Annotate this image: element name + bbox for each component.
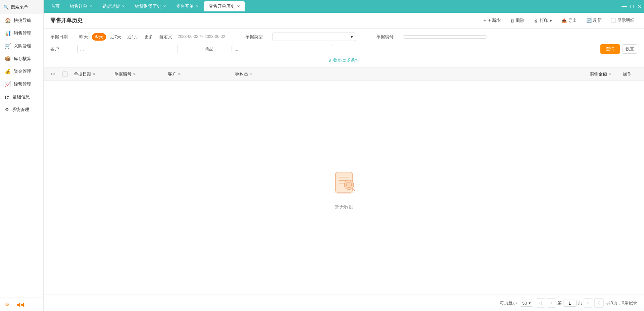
main-content: 首页 销售订单 ✕ 销货退货 ✕ 销货退货历史 ✕ 零售开单 ✕ 零售开单历史 … <box>44 0 644 311</box>
sidebar-item-system[interactable]: ⚙ 系统管理 <box>0 103 43 116</box>
sidebar-item-sales[interactable]: 📊 销售管理 <box>0 27 43 40</box>
sort-num-icon: ⇅ <box>133 72 136 76</box>
tab-retail-open[interactable]: 零售开单 ✕ <box>171 1 203 11</box>
close-tab-sales-return[interactable]: ✕ <box>122 4 125 9</box>
add-icon: ＋ <box>483 17 487 23</box>
date-opt-1month[interactable]: 近1月 <box>125 33 140 41</box>
sort-client-icon: ⇅ <box>178 72 181 76</box>
th-client[interactable]: 客户 ⇅ <box>165 71 232 77</box>
date-opt-7days[interactable]: 近7天 <box>108 33 123 41</box>
refresh-label: 刷新 <box>593 17 602 23</box>
goods-input[interactable]: ... <box>232 45 332 53</box>
bill-num-input[interactable] <box>403 35 487 39</box>
window-maximize-icon[interactable]: □ <box>630 3 634 9</box>
filter-area: 单据日期 昨天 今天 近7天 近1月 更多 自定义 2023-06-02 至 2… <box>44 29 644 67</box>
client-label: 客户 <box>50 46 70 52</box>
goods-placeholder: ... <box>235 47 238 52</box>
gear-settings-icon[interactable]: ⚙ <box>51 71 55 76</box>
operation-icon: 📈 <box>5 81 11 87</box>
sidebar: 🔍 搜索采单 🏠 快捷导航 📊 销售管理 🛒 采购管理 📦 库存核算 💰 资金管… <box>0 0 44 311</box>
client-input[interactable]: ... <box>77 45 178 53</box>
page-first-btn[interactable]: ⟨⟨ <box>536 298 545 308</box>
tab-bar: 首页 销售订单 ✕ 销货退货 ✕ 销货退货历史 ✕ 零售开单 ✕ 零售开单历史 … <box>44 0 644 13</box>
th-num[interactable]: 单据编号 ⇅ <box>111 71 165 77</box>
window-minimize-icon[interactable]: — <box>622 3 627 9</box>
sidebar-search-label: 搜索采单 <box>11 4 28 10</box>
close-tab-sales-order[interactable]: ✕ <box>89 4 92 9</box>
tab-sales-return[interactable]: 销货退货 ✕ <box>98 1 130 11</box>
page-title: 零售开单历史 <box>50 17 83 24</box>
tab-retail-history[interactable]: 零售开单历史 ✕ <box>204 1 245 11</box>
print-button[interactable]: 🖨 打印 ▾ <box>531 16 555 25</box>
display-detail-button[interactable]: 显示明细 <box>608 16 637 25</box>
sort-guide-icon: ⇅ <box>249 72 252 76</box>
sidebar-search[interactable]: 🔍 搜索采单 <box>0 0 43 14</box>
export-icon: 📤 <box>561 18 567 23</box>
header-checkbox[interactable] <box>62 71 68 77</box>
sort-amount-icon: ⇅ <box>608 72 611 76</box>
th-amount-label: 实销金额 <box>590 71 607 77</box>
toolbar: ＋ + 新增 🗑 删除 🖨 打印 ▾ 📤 导出 🔄 刷新 <box>480 16 637 25</box>
page-label: 第 <box>557 300 562 306</box>
date-opt-more[interactable]: 更多 <box>142 33 155 41</box>
sidebar-item-label: 库存核算 <box>14 56 31 62</box>
tab-sales-return-history[interactable]: 销货退货历史 ✕ <box>130 1 171 11</box>
sidebar-item-inventory[interactable]: 📦 库存核算 <box>0 52 43 65</box>
goods-label: 商品 <box>205 46 225 52</box>
date-opt-today[interactable]: 今天 <box>92 33 106 41</box>
bill-type-select[interactable]: ▾ <box>272 33 356 41</box>
page-next-btn[interactable]: ＞ <box>584 298 593 308</box>
th-gear[interactable]: ⚙ <box>47 71 59 76</box>
delete-button[interactable]: 🗑 删除 <box>507 16 527 25</box>
bill-num-label: 单据编号 <box>376 34 396 40</box>
page-prev-btn[interactable]: ＜ <box>547 298 556 308</box>
empty-illustration <box>327 165 361 199</box>
sidebar-item-purchase[interactable]: 🛒 采购管理 <box>0 40 43 52</box>
date-options: 昨天 今天 近7天 近1月 更多 自定义 2023-06-02 至 2023-0… <box>77 33 225 41</box>
refresh-icon: 🔄 <box>586 18 592 23</box>
close-tab-sales-return-history[interactable]: ✕ <box>163 4 166 9</box>
sales-icon: 📊 <box>5 30 11 36</box>
page-last-btn[interactable]: ⟩⟩ <box>594 298 604 308</box>
purchase-icon: 🛒 <box>5 43 11 49</box>
sidebar-item-label: 系统管理 <box>12 107 29 113</box>
th-op: 操作 <box>614 71 641 77</box>
tab-retail-open-label: 零售开单 <box>176 3 194 9</box>
export-button[interactable]: 📤 导出 <box>559 16 580 25</box>
th-date[interactable]: 单据日期 ⇅ <box>71 71 111 77</box>
tab-home[interactable]: 首页 <box>46 1 64 11</box>
quick-nav-icon: 🏠 <box>5 17 11 23</box>
th-guide[interactable]: 导购员 ⇅ <box>232 71 273 77</box>
bill-type-dropdown-icon: ▾ <box>351 34 353 39</box>
settings-icon[interactable]: ⚙ <box>5 301 9 308</box>
search-icon: 🔍 <box>3 5 9 10</box>
close-tab-retail-open[interactable]: ✕ <box>196 4 199 9</box>
filter-row-1: 单据日期 昨天 今天 近7天 近1月 更多 自定义 2023-06-02 至 2… <box>50 33 637 41</box>
settings-button[interactable]: 设置 <box>623 44 637 54</box>
tab-sales-order[interactable]: 销售订单 ✕ <box>65 1 97 11</box>
query-button[interactable]: 查询 <box>600 44 620 54</box>
page-input[interactable] <box>563 300 577 307</box>
sidebar-item-finance[interactable]: 💰 资金管理 <box>0 65 43 78</box>
window-close-icon[interactable]: ✕ <box>637 3 641 10</box>
sidebar-item-basic[interactable]: 🗂 基础信息 <box>0 91 43 103</box>
date-opt-custom[interactable]: 自定义 <box>157 33 174 41</box>
empty-text: 暂无数据 <box>335 204 353 210</box>
collapse-filter-btn[interactable]: ∧ 收起更多条件 <box>329 57 359 63</box>
per-page-dropdown[interactable]: 50 ▾ <box>520 300 533 307</box>
table-header: ⚙ 单据日期 ⇅ 单据编号 ⇅ 客户 ⇅ 导购员 ⇅ 实 <box>44 67 644 81</box>
sidebar-item-label: 快捷导航 <box>14 17 31 23</box>
th-client-label: 客户 <box>168 71 177 77</box>
page-end-label: 页 <box>578 300 582 306</box>
sidebar-item-quick-nav[interactable]: 🏠 快捷导航 <box>0 14 43 27</box>
basic-icon: 🗂 <box>5 94 10 100</box>
sidebar-item-operation[interactable]: 📈 经营管理 <box>0 78 43 91</box>
th-amount[interactable]: 实销金额 ⇅ <box>574 71 614 77</box>
date-opt-yesterday[interactable]: 昨天 <box>77 33 90 41</box>
refresh-button[interactable]: 🔄 刷新 <box>584 16 604 25</box>
close-tab-retail-history[interactable]: ✕ <box>237 4 240 9</box>
th-check[interactable] <box>59 71 71 77</box>
collapse-up-icon: ∧ <box>329 58 332 63</box>
add-button[interactable]: ＋ + 新增 <box>480 16 503 25</box>
collapse-sidebar-icon[interactable]: ◀◀ <box>16 301 24 308</box>
